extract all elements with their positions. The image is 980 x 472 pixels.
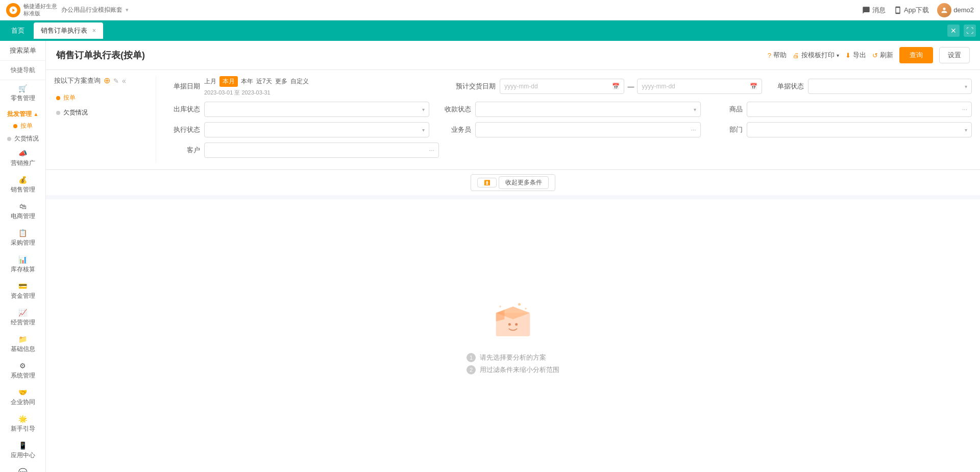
refresh-btn[interactable]: ↺ 刷新 [872, 51, 893, 60]
outbound-select[interactable]: ▾ [204, 102, 429, 117]
dept-select[interactable]: ▾ [747, 122, 972, 137]
add-scheme-btn[interactable]: ⊕ [104, 77, 110, 85]
sidebar-item-apps[interactable]: 📱 应用中心 [0, 437, 45, 464]
sidebar-item-sales[interactable]: 💰 销售管理 [0, 172, 45, 198]
filter-fields-panel: 单据日期 上月 本月 本年 近7天 更多 自定义 20 [156, 76, 972, 163]
date-7days[interactable]: 近7天 [256, 77, 272, 86]
purchase-icon: 📋 [18, 229, 27, 237]
user-profile[interactable]: demo2 [937, 3, 974, 17]
svg-point-7 [515, 323, 518, 326]
goods-select[interactable]: ··· [747, 102, 972, 117]
sidebar-item-retail[interactable]: 🛒 零售管理 [0, 80, 45, 107]
sidebar-item-system[interactable]: ⚙ 系统管理 [0, 358, 45, 384]
settings-button[interactable]: 设置 [939, 47, 970, 63]
date-this-year[interactable]: 本年 [241, 77, 253, 86]
app-download-action[interactable]: App下载 [894, 6, 929, 15]
message-action[interactable]: 消息 [862, 6, 886, 15]
sidebar-item-wechat[interactable]: 💬 企业微信 [0, 464, 45, 472]
filter-customer-field: 客户 ··· [164, 143, 439, 158]
ecommerce-icon: 🛍 [19, 202, 27, 210]
main-layout: 搜索菜单 快捷导航 🛒 零售管理 批发管理 ▲ 按单 欠货情况 📣 营销推广 💰… [0, 41, 980, 472]
payment-select[interactable]: ▾ [475, 102, 700, 117]
sidebar-item-finance[interactable]: 💳 资金管理 [0, 278, 45, 304]
inventory-icon: 📊 [18, 255, 27, 264]
select-arrow-icon-5: ▾ [965, 127, 967, 133]
template-print-btn[interactable]: 🖨 按模板打印 ▾ [793, 51, 839, 60]
tab-sales-order[interactable]: 销售订单执行表 × [34, 22, 103, 39]
apps-icon: 📱 [18, 441, 27, 450]
date-custom[interactable]: 自定义 [290, 77, 309, 86]
page-actions: ? 帮助 🖨 按模板打印 ▾ ⬇ 导出 ↺ 刷新 查询 设置 [768, 47, 970, 69]
query-button[interactable]: 查询 [899, 47, 933, 63]
empty-state-icon [487, 294, 538, 345]
sidebar-item-wholesale[interactable]: 批发管理 ▲ [0, 107, 45, 120]
sidebar-sub-debt[interactable]: 欠货情况 [0, 132, 45, 145]
customer-select[interactable]: ··· [204, 143, 439, 158]
filter-salesperson-field: 业务员 ··· [435, 122, 700, 137]
tab-bar: 首页 销售订单执行表 × ✕ ⛶ [0, 20, 980, 41]
forecast-date-start[interactable]: yyyy-mm-dd 📅 [500, 79, 624, 94]
page-title: 销售订单执行表(按单) [56, 49, 145, 67]
sidebar-sub-order[interactable]: 按单 [0, 120, 45, 132]
quick-nav-section: 快捷导航 [0, 61, 45, 80]
sidebar-item-inventory[interactable]: 📊 库存核算 [0, 251, 45, 278]
empty-step-1: 1 请先选择要分析的方案 [467, 353, 559, 362]
scheme-item-debt[interactable]: 欠货情况 [54, 105, 148, 120]
more-icon-2: ··· [691, 126, 696, 133]
enterprise-icon: 🤝 [18, 388, 27, 396]
forecast-date-end[interactable]: yyyy-mm-dd 📅 [637, 79, 762, 94]
header-right: 消息 App下载 demo2 [862, 3, 974, 17]
filter-panel: 按以下方案查询 ⊕ ✎ « 按单 欠货情况 [46, 70, 980, 195]
forecast-date-range: yyyy-mm-dd 📅 — yyyy-mm-dd 📅 [500, 79, 762, 94]
edit-scheme-btn[interactable]: ✎ [113, 77, 119, 85]
filter-date-field: 单据日期 上月 本月 本年 近7天 更多 自定义 20 [164, 76, 450, 97]
scheme-item-order[interactable]: 按单 [54, 90, 148, 105]
exec-select[interactable]: ▾ [204, 122, 429, 137]
content-area: 销售订单执行表(按单) ? 帮助 🖨 按模板打印 ▾ ⬇ 导出 ↺ 刷新 [46, 41, 980, 472]
collapse-icon: ⏫ [477, 178, 497, 187]
filter-row-4: 客户 ··· [164, 143, 972, 158]
help-btn[interactable]: ? 帮助 [768, 51, 787, 60]
marketing-icon: 📣 [18, 149, 27, 157]
app-download-icon [894, 6, 902, 14]
svg-point-6 [508, 323, 511, 326]
wechat-icon: 💬 [18, 468, 27, 472]
table-area: 1 请先选择要分析的方案 2 用过滤条件来缩小分析范围 [46, 199, 980, 472]
filter-doc-status-field: 单据状态 ▾ [768, 79, 972, 94]
tab-home[interactable]: 首页 [4, 22, 32, 39]
sidebar-search[interactable]: 搜索菜单 [0, 41, 45, 61]
empty-state: 1 请先选择要分析的方案 2 用过滤条件来缩小分析范围 [467, 294, 559, 377]
sidebar-item-marketing[interactable]: 📣 营销推广 [0, 145, 45, 172]
salesperson-select[interactable]: ··· [475, 122, 700, 137]
date-this-month[interactable]: 本月 [219, 76, 238, 87]
maximize-window-btn[interactable]: ⛶ [964, 25, 976, 37]
close-window-btn[interactable]: ✕ [947, 25, 960, 37]
select-arrow-icon-2: ▾ [422, 107, 425, 112]
collapse-bar[interactable]: ⏫ 收起更多条件 [46, 170, 980, 195]
message-icon [862, 6, 870, 14]
export-btn[interactable]: ⬇ 导出 [845, 51, 866, 60]
header-left: 畅捷通好生意 标准版 办公用品行业模拟账套 ▾ [6, 3, 129, 17]
sidebar-item-purchase[interactable]: 📋 采购管理 [0, 225, 45, 251]
top-header: 畅捷通好生意 标准版 办公用品行业模拟账套 ▾ 消息 App下载 demo2 [0, 0, 980, 20]
date-more[interactable]: 更多 [275, 77, 287, 86]
collapse-scheme-btn[interactable]: « [122, 77, 126, 85]
refresh-icon: ↺ [872, 52, 878, 59]
tab-close-icon[interactable]: × [92, 27, 96, 34]
filter-payment-field: 收款状态 ▾ [435, 102, 700, 117]
sidebar-item-newuser[interactable]: 🌟 新手引导 [0, 411, 45, 437]
date-last-month[interactable]: 上月 [204, 77, 216, 86]
breadcrumb[interactable]: 办公用品行业模拟账套 ▾ [61, 6, 129, 14]
calendar-icon-2: 📅 [750, 83, 757, 90]
doc-status-select[interactable]: ▾ [808, 79, 972, 94]
sidebar-item-enterprise[interactable]: 🤝 企业协同 [0, 384, 45, 411]
newuser-icon: 🌟 [18, 415, 27, 423]
date-range-display: 2023-03-01 至 2023-03-31 [204, 89, 450, 97]
sidebar-item-operations[interactable]: 📈 经营管理 [0, 304, 45, 331]
svg-point-4 [525, 308, 526, 310]
dropdown-arrow-icon: ▾ [837, 53, 839, 58]
filter-forecast-date-field: 预计交货日期 yyyy-mm-dd 📅 — yyyy-mm-dd 📅 [456, 79, 762, 94]
operations-icon: 📈 [18, 309, 27, 317]
sidebar-item-ecommerce[interactable]: 🛍 电商管理 [0, 198, 45, 225]
sidebar-item-basic[interactable]: 📁 基础信息 [0, 331, 45, 358]
